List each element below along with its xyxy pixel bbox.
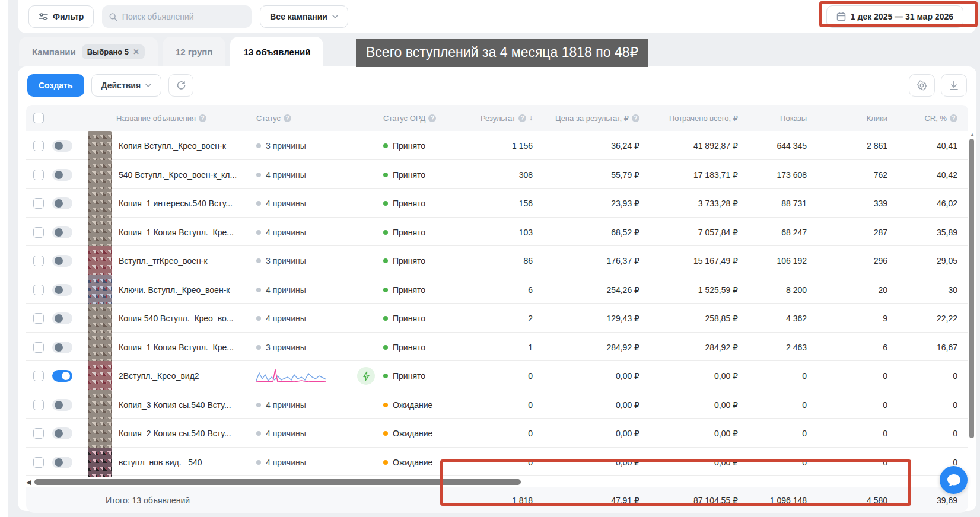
- search-box[interactable]: [102, 5, 252, 28]
- ad-name[interactable]: Копия_1 Копия Вступл._Кре...: [119, 343, 256, 352]
- ad-name[interactable]: вступл_нов вид._ 540: [119, 458, 256, 467]
- ad-status[interactable]: 4 причины: [256, 400, 383, 410]
- row-checkbox[interactable]: [33, 457, 44, 468]
- ad-enable-toggle[interactable]: [52, 457, 72, 468]
- tab-ads-label: 13 объявлений: [243, 47, 310, 57]
- col-name[interactable]: Название объявления?: [88, 114, 256, 123]
- ad-status[interactable]: 4 причины: [256, 199, 383, 208]
- col-spent[interactable]: Потрачено всего, ₽: [642, 114, 740, 123]
- actions-dropdown[interactable]: Действия: [91, 74, 162, 97]
- selected-filter-badge[interactable]: Выбрано 5 ✕: [82, 44, 145, 59]
- ad-status[interactable]: 3 причины: [256, 256, 383, 266]
- sort-desc-icon[interactable]: ↓: [529, 114, 533, 122]
- column-settings-button[interactable]: [909, 74, 935, 97]
- ad-name[interactable]: 2Вступл._Крео_вид2: [119, 371, 256, 381]
- cell-spent: 15 167,49 ₽: [642, 256, 740, 266]
- ad-name[interactable]: Копия_1 Копия Вступл._Кре...: [119, 228, 256, 237]
- export-button[interactable]: [941, 74, 967, 97]
- ad-enable-toggle[interactable]: [52, 399, 72, 411]
- help-icon[interactable]: ?: [632, 114, 639, 122]
- ad-name[interactable]: Копия 540 Вступл._Крео_во...: [119, 314, 256, 323]
- ad-enable-toggle[interactable]: [52, 255, 72, 267]
- ad-name[interactable]: 540 Вступл._Крео_воен-к_кл...: [119, 170, 256, 180]
- ad-status[interactable]: 4 причины: [256, 228, 383, 237]
- status-dot: [256, 201, 261, 206]
- ad-name[interactable]: Копия Вступл._Крео_воен-к: [119, 141, 256, 151]
- ad-status[interactable]: 4 причины: [256, 429, 383, 438]
- col-result[interactable]: Результат?↓: [472, 114, 535, 123]
- row-checkbox[interactable]: [33, 227, 44, 238]
- ad-status[interactable]: 4 причины: [256, 314, 383, 323]
- row-checkbox[interactable]: [33, 313, 44, 324]
- ad-enable-toggle[interactable]: [52, 370, 72, 382]
- cell-clicks: 9: [809, 314, 890, 323]
- scroll-left-icon[interactable]: ◀: [26, 478, 34, 486]
- tab-groups[interactable]: 12 групп: [163, 37, 226, 66]
- help-icon[interactable]: ?: [518, 114, 526, 122]
- all-campaigns-dropdown[interactable]: Все кампании: [260, 5, 348, 28]
- row-checkbox[interactable]: [33, 428, 44, 439]
- ad-enable-toggle[interactable]: [52, 226, 72, 238]
- row-checkbox[interactable]: [33, 400, 44, 410]
- ad-enable-toggle[interactable]: [52, 427, 72, 439]
- row-checkbox[interactable]: [33, 198, 44, 209]
- col-price[interactable]: Цена за результат, ₽?: [535, 114, 642, 123]
- table-row: Копия_1 Копия Вступл._Кре... 4 причины П…: [26, 218, 968, 247]
- refresh-button[interactable]: [168, 74, 193, 97]
- help-icon[interactable]: ?: [950, 114, 957, 122]
- select-all-checkbox[interactable]: [33, 113, 44, 123]
- scroll-up-icon[interactable]: ▲: [969, 132, 975, 138]
- tab-campaigns[interactable]: Кампании Выбрано 5 ✕: [19, 37, 158, 66]
- row-checkbox[interactable]: [33, 285, 44, 295]
- search-input[interactable]: [122, 12, 244, 21]
- cell-shows: 0: [740, 429, 809, 438]
- ad-enable-toggle[interactable]: [52, 169, 72, 181]
- create-button[interactable]: Создать: [27, 74, 84, 97]
- ad-enable-toggle[interactable]: [52, 312, 72, 324]
- ad-status[interactable]: 4 причины: [256, 458, 383, 467]
- ad-thumbnail: [88, 275, 112, 305]
- tab-ads[interactable]: 13 объявлений: [230, 37, 323, 66]
- cell-cr: 40,41: [890, 141, 960, 151]
- help-icon[interactable]: ?: [284, 114, 291, 122]
- row-checkbox[interactable]: [33, 342, 44, 353]
- ad-name[interactable]: Копия_1 интересы.540 Всту...: [119, 199, 256, 208]
- col-clicks[interactable]: Клики: [809, 114, 890, 123]
- date-range-button[interactable]: 1 дек 2025 — 31 мар 2026: [826, 5, 963, 28]
- vertical-scrollbar[interactable]: ▲: [969, 132, 975, 461]
- help-icon[interactable]: ?: [199, 114, 206, 122]
- row-checkbox[interactable]: [33, 256, 44, 266]
- col-status[interactable]: Статус?: [256, 114, 383, 123]
- ad-name[interactable]: Ключи. Вступл._Крео_воен-к: [119, 285, 256, 295]
- ad-status[interactable]: 4 причины: [256, 170, 383, 180]
- clear-selection-icon[interactable]: ✕: [133, 47, 139, 56]
- ad-enable-toggle[interactable]: [52, 342, 72, 353]
- vscroll-thumb[interactable]: [969, 139, 974, 438]
- col-cr[interactable]: CR, %?: [890, 114, 960, 123]
- ad-status[interactable]: [256, 367, 383, 385]
- col-shows[interactable]: Показы: [740, 114, 809, 123]
- ad-status[interactable]: 3 причины: [256, 141, 383, 151]
- ad-status[interactable]: 3 причины: [256, 343, 383, 352]
- ad-ord-status: Ожидание: [383, 458, 472, 467]
- ad-status[interactable]: 4 причины: [256, 285, 383, 295]
- row-checkbox[interactable]: [33, 371, 44, 381]
- all-campaigns-label: Все кампании: [270, 12, 327, 21]
- ad-name[interactable]: Вступл._тгКрео_воен-к: [119, 256, 256, 266]
- total-clicks: 4 580: [809, 496, 890, 505]
- col-ord[interactable]: Статус ОРД?: [383, 114, 472, 123]
- row-checkbox[interactable]: [33, 141, 44, 151]
- filter-button[interactable]: Фильтр: [28, 5, 94, 28]
- ad-name[interactable]: Копия_3 Копия сы.540 Всту...: [119, 400, 256, 410]
- ad-enable-toggle[interactable]: [52, 197, 72, 209]
- horizontal-scrollbar[interactable]: ◀: [26, 477, 968, 487]
- row-checkbox[interactable]: [33, 170, 44, 180]
- ad-enable-toggle[interactable]: [52, 140, 72, 152]
- boost-lightning-icon[interactable]: [357, 367, 375, 385]
- hscroll-thumb[interactable]: [34, 479, 521, 485]
- help-icon[interactable]: ?: [428, 114, 436, 122]
- ad-enable-toggle[interactable]: [52, 284, 72, 296]
- refresh-icon: [176, 81, 186, 91]
- support-chat-button[interactable]: [940, 466, 968, 494]
- ad-name[interactable]: Копия_2 Копия сы.540 Всту...: [119, 429, 256, 438]
